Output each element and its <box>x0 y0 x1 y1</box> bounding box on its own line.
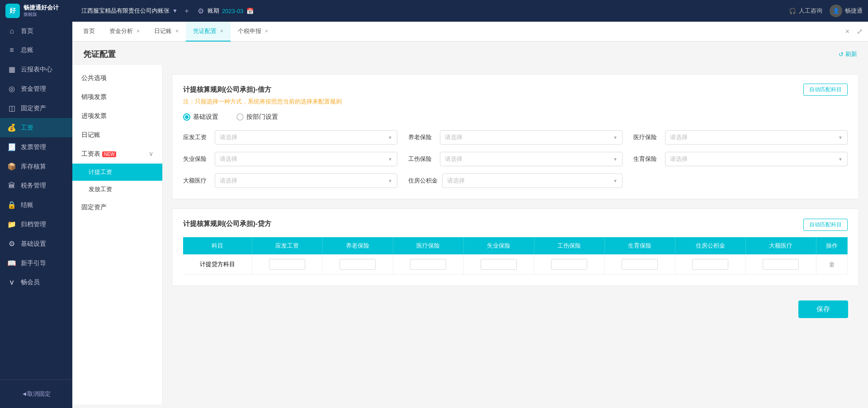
input-pension[interactable] <box>340 259 376 270</box>
select-housing[interactable]: 请选择 ▼ <box>442 174 623 188</box>
tab-journal-close[interactable]: × <box>175 28 179 34</box>
sidebar-item-archive[interactable]: 📁 归档管理 <box>0 215 72 234</box>
radio-department[interactable]: 按部门设置 <box>236 113 278 121</box>
sidebar: ⌂ 首页 ≡ 总账 ▦ 云报表中心 ◎ 资金管理 ◫ 固定资产 💰 工资 🧾 发… <box>0 22 72 408</box>
td-injury-input[interactable] <box>534 254 604 275</box>
left-nav-payroll-accrual[interactable]: 计提工资 <box>72 164 162 181</box>
td-housing-input[interactable] <box>675 254 745 275</box>
left-nav-fixed-assets[interactable]: 固定资产 <box>72 198 162 217</box>
td-medical-input[interactable] <box>393 254 463 275</box>
cancel-fixed-label: ◄取消固定 <box>22 390 51 398</box>
debit-section: 计提核算规则(公司承担)-借方 注：只能选择一种方式，系统将按照您当前的选择来配… <box>172 74 859 199</box>
left-nav-journal[interactable]: 日记账 <box>72 126 162 145</box>
company-dropdown-icon[interactable]: ▼ <box>172 8 178 14</box>
sidebar-item-tax[interactable]: 🏛 税务管理 <box>0 176 72 195</box>
left-nav-purchase-invoice[interactable]: 进项发票 <box>72 107 162 126</box>
select-salary[interactable]: 请选择 ▼ <box>215 130 397 145</box>
left-nav-payroll-release[interactable]: 发放工资 <box>72 181 162 198</box>
top-bar-right: 🎧 人工咨询 👤 畅捷通 <box>789 5 863 17</box>
sidebar-item-ledger[interactable]: ≡ 总账 <box>0 41 72 60</box>
main-container: ⌂ 首页 ≡ 总账 ▦ 云报表中心 ◎ 资金管理 ◫ 固定资产 💰 工资 🧾 发… <box>0 22 868 408</box>
td-pension-input[interactable] <box>322 254 393 275</box>
sidebar-item-guide[interactable]: 📖 新手引导 <box>0 253 72 273</box>
select-unemployment[interactable]: 请选择 ▼ <box>215 152 397 166</box>
input-unemployment[interactable] <box>481 259 517 270</box>
left-nav-public[interactable]: 公共选项 <box>72 69 162 88</box>
sidebar-label-reports: 云报表中心 <box>21 66 52 74</box>
add-icon[interactable]: ＋ <box>183 6 190 16</box>
save-btn[interactable]: 保存 <box>798 300 848 318</box>
tab-home-label: 首页 <box>83 27 95 35</box>
input-large-medical[interactable] <box>763 259 799 270</box>
tab-home[interactable]: 首页 <box>76 22 102 42</box>
td-large-medical-input[interactable] <box>745 254 816 275</box>
td-salary-input[interactable] <box>252 254 322 275</box>
expand-tab-btn[interactable]: ⤢ <box>855 25 864 38</box>
calendar-icon[interactable]: 📅 <box>246 8 254 14</box>
th-large-medical: 大额医疗 <box>745 237 816 254</box>
sidebar-item-assets[interactable]: ◫ 固定资产 <box>0 98 72 118</box>
td-unemployment-input[interactable] <box>463 254 534 275</box>
tab-journal[interactable]: 日记账 × <box>147 22 186 42</box>
service-link[interactable]: 🎧 人工咨询 <box>789 7 822 15</box>
sidebar-item-reports[interactable]: ▦ 云报表中心 <box>0 60 72 79</box>
input-housing[interactable] <box>692 259 728 270</box>
tab-tax-close[interactable]: × <box>265 28 268 34</box>
select-medical[interactable]: 请选择 ▼ <box>665 130 848 145</box>
sidebar-item-home[interactable]: ⌂ 首页 <box>0 22 72 41</box>
sidebar-label-close: 结账 <box>21 201 33 209</box>
input-medical[interactable] <box>410 259 446 270</box>
sidebar-item-inventory[interactable]: 📦 库存核算 <box>0 157 72 176</box>
arrow-housing: ▼ <box>613 178 618 183</box>
sidebar-item-close[interactable]: 🔒 结账 <box>0 195 72 215</box>
input-injury[interactable] <box>551 259 587 270</box>
tab-voucher-config-close[interactable]: × <box>220 28 223 34</box>
top-bar: 好 畅捷通好会计 旗舰版 江西服宝精品有限责任公司内账张 ▼ ＋ ⚙ 账期 20… <box>0 0 868 22</box>
tab-tax[interactable]: 个税申报 × <box>231 22 275 42</box>
left-nav-payroll-table[interactable]: 工资表NEW ∨ <box>72 145 162 164</box>
logo-icon: 好 <box>5 4 20 18</box>
company-selector[interactable]: 江西服宝精品有限责任公司内账张 ▼ <box>81 7 178 15</box>
form-row-salary: 应发工资 请选择 ▼ <box>183 130 397 145</box>
select-pension[interactable]: 请选择 ▼ <box>440 130 623 145</box>
input-salary[interactable] <box>269 259 305 270</box>
settings-icon[interactable]: ⚙ <box>198 7 204 15</box>
guide-icon: 📖 <box>7 259 16 267</box>
sidebar-item-invoices[interactable]: 🧾 发票管理 <box>0 137 72 157</box>
tab-funds-label: 资金分析 <box>109 27 133 35</box>
credit-auto-match-btn[interactable]: 自动匹配科目 <box>803 219 848 231</box>
th-medical: 医疗保险 <box>393 237 463 254</box>
refresh-btn[interactable]: ↺ 刷新 <box>839 50 857 58</box>
sidebar-item-funds[interactable]: ◎ 资金管理 <box>0 79 72 98</box>
left-nav-sales-invoice[interactable]: 销项发票 <box>72 88 162 107</box>
sidebar-label-tax: 税务管理 <box>21 182 46 190</box>
debit-auto-match-btn[interactable]: 自动匹配科目 <box>803 84 848 96</box>
td-delete[interactable]: 🗑 <box>816 254 847 275</box>
sidebar-item-basic[interactable]: ⚙ 基础设置 <box>0 234 72 253</box>
delete-icon[interactable]: 🗑 <box>829 261 835 268</box>
inventory-icon: 📦 <box>7 162 16 171</box>
arrow-injury: ▼ <box>613 157 618 162</box>
close-tab-btn[interactable]: × <box>844 26 851 38</box>
select-large-medical[interactable]: 请选择 ▼ <box>215 174 397 188</box>
select-unemployment-placeholder: 请选择 <box>220 155 237 163</box>
right-content: 首页 资金分析 × 日记账 × 凭证配置 × 个税申报 × × ⤢ <box>72 22 868 408</box>
user-info[interactable]: 👤 畅捷通 <box>830 5 863 17</box>
tab-voucher-config[interactable]: 凭证配置 × <box>186 22 231 42</box>
cancel-fixed-btn[interactable]: ◄取消固定 <box>0 385 72 403</box>
td-maternity-input[interactable] <box>604 254 675 275</box>
page-title: 凭证配置 <box>83 49 116 60</box>
form-row-maternity: 生育保险 请选择 ▼ <box>633 152 848 166</box>
refresh-label: 刷新 <box>845 50 857 58</box>
input-maternity[interactable] <box>622 259 658 270</box>
sidebar-item-payroll[interactable]: 💰 工资 <box>0 118 72 137</box>
select-maternity[interactable]: 请选择 ▼ <box>665 152 848 166</box>
th-housing: 住房公积金 <box>675 237 745 254</box>
th-salary: 应发工资 <box>252 237 322 254</box>
radio-dept-label: 按部门设置 <box>246 113 278 121</box>
radio-basic[interactable]: 基础设置 <box>183 113 218 121</box>
tab-funds[interactable]: 资金分析 × <box>102 22 147 42</box>
select-injury[interactable]: 请选择 ▼ <box>440 152 623 166</box>
tab-funds-close[interactable]: × <box>137 28 140 34</box>
sidebar-item-vip[interactable]: V 畅会员 <box>0 273 72 292</box>
